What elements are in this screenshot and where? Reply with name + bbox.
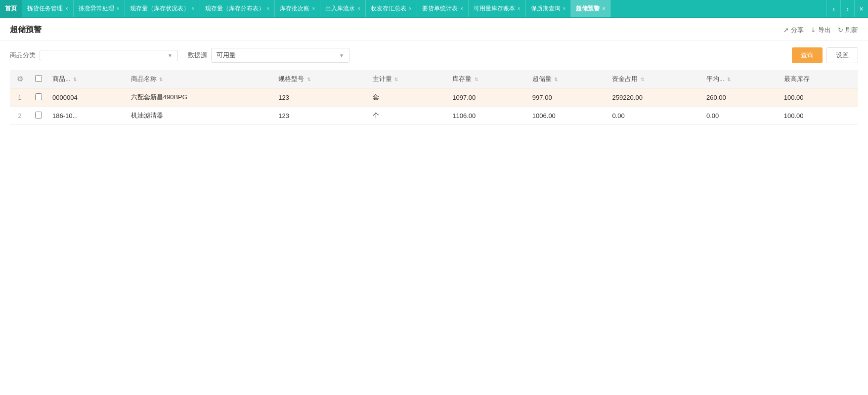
th-unit[interactable]: 主计量 ⇅ — [368, 70, 448, 88]
nav-item-8[interactable]: 可用量库存账本 × — [469, 0, 526, 17]
th-product-code[interactable]: 商品... ⇅ — [47, 70, 126, 88]
nav-item-6[interactable]: 收发存汇总表 × — [366, 0, 417, 17]
row-checkbox-0[interactable] — [35, 93, 42, 100]
table-gear-icon[interactable]: ⚙ — [17, 75, 23, 83]
th-avg[interactable]: 平均... ⇅ — [701, 70, 779, 88]
nav-next-btn[interactable]: › — [840, 0, 854, 17]
row-product-code: 0000004 — [47, 88, 126, 107]
nav-item-0[interactable]: 拣货任务管理 × — [22, 0, 74, 17]
nav-close-8[interactable]: × — [518, 6, 521, 11]
export-icon: ⇓ — [811, 26, 816, 34]
th-gear: ⚙ — [10, 70, 30, 88]
row-spec: 123 — [273, 88, 368, 107]
select-all-checkbox[interactable] — [35, 75, 42, 82]
nav-close-9[interactable]: × — [563, 6, 566, 11]
th-overstock-label: 超储量 — [532, 75, 552, 82]
nav-label-3: 现存量（库存分布表） — [205, 4, 264, 13]
query-button[interactable]: 查询 — [792, 47, 823, 63]
row-max-stock: 100.00 — [779, 88, 858, 107]
row-capital: 259220.00 — [607, 88, 701, 107]
row-checkbox-cell — [30, 88, 47, 107]
nav-close-2[interactable]: × — [192, 6, 195, 11]
nav-close-6[interactable]: × — [409, 6, 412, 11]
th-unit-label: 主计量 — [373, 75, 392, 82]
nav-prev-btn[interactable]: ‹ — [826, 0, 840, 17]
nav-home[interactable]: 首页 — [0, 0, 22, 17]
th-stock-label: 库存量 — [452, 75, 472, 82]
nav-arrows: ‹ › × — [826, 0, 868, 17]
th-overstock[interactable]: 超储量 ⇅ — [527, 70, 608, 88]
share-icon: ➚ — [783, 26, 789, 34]
datasource-select[interactable]: 可用量 ▼ — [211, 48, 349, 63]
th-stock[interactable]: 库存量 ⇅ — [447, 70, 527, 88]
datasource-chevron-icon: ▼ — [339, 53, 344, 58]
export-label: 导出 — [818, 26, 831, 35]
data-table: ⚙ 商品... ⇅ 商品名称 ⇅ 规格型号 ⇅ — [10, 70, 858, 125]
category-label: 商品分类 — [10, 51, 36, 60]
th-max-stock-label: 最高库存 — [784, 75, 810, 82]
row-num: 2 — [10, 107, 30, 125]
th-product-name[interactable]: 商品名称 ⇅ — [126, 70, 273, 88]
th-product-name-label: 商品名称 — [131, 75, 157, 82]
refresh-action[interactable]: ↻ 刷新 — [838, 26, 858, 35]
header-actions: ➚ 分享 ⇓ 导出 ↻ 刷新 — [783, 26, 858, 35]
nav-close-5[interactable]: × — [357, 6, 360, 11]
nav-item-5[interactable]: 出入库流水 × — [320, 0, 366, 17]
row-product-name: 机油滤清器 — [126, 107, 273, 125]
th-spec-label: 规格型号 — [278, 75, 304, 82]
nav-item-2[interactable]: 现存量（库存状况表） × — [125, 0, 200, 17]
row-checkbox-cell — [30, 107, 47, 125]
filter-row: 商品分类 ▼ 数据源 可用量 ▼ 查询 设置 — [0, 40, 868, 70]
sort-capital-icon: ⇅ — [641, 77, 645, 82]
nav-close-10[interactable]: × — [602, 6, 605, 11]
nav-item-9[interactable]: 保质期查询 × — [526, 0, 571, 17]
row-stock: 1097.00 — [447, 88, 527, 107]
nav-close-7[interactable]: × — [460, 6, 463, 11]
row-avg: 0.00 — [701, 107, 779, 125]
filter-datasource-group: 数据源 可用量 ▼ — [188, 48, 349, 63]
th-spec[interactable]: 规格型号 ⇅ — [273, 70, 368, 88]
nav-close-3[interactable]: × — [267, 6, 270, 11]
share-label: 分享 — [791, 26, 804, 35]
settings-button[interactable]: 设置 — [826, 47, 858, 63]
th-capital-label: 资金占用 — [612, 75, 638, 82]
export-action[interactable]: ⇓ 导出 — [811, 26, 831, 35]
nav-label-2: 现存量（库存状况表） — [130, 4, 189, 13]
th-max-stock[interactable]: 最高库存 — [779, 70, 858, 88]
page-title: 超储预警 — [10, 25, 42, 35]
nav-close-4[interactable]: × — [312, 6, 315, 11]
action-buttons: 查询 设置 — [792, 47, 858, 63]
nav-label-10: 超储预警 — [576, 4, 600, 13]
row-checkbox-1[interactable] — [35, 112, 42, 118]
nav-item-4[interactable]: 库存批次账 × — [275, 0, 320, 17]
nav-item-7[interactable]: 要货单统计表 × — [417, 0, 469, 17]
category-chevron-icon: ▼ — [168, 53, 173, 58]
datasource-label: 数据源 — [188, 51, 207, 60]
nav-close-all-btn[interactable]: × — [854, 0, 868, 17]
sort-stock-icon: ⇅ — [475, 77, 478, 82]
row-overstock: 1006.00 — [527, 107, 608, 125]
category-select[interactable]: ▼ — [40, 50, 178, 61]
nav-close-0[interactable]: × — [65, 6, 68, 11]
row-product-code: 186-10... — [47, 107, 126, 125]
row-unit: 套 — [368, 88, 448, 107]
row-capital: 0.00 — [607, 107, 701, 125]
row-stock: 1106.00 — [447, 107, 527, 125]
nav-item-3[interactable]: 现存量（库存分布表） × — [200, 0, 275, 17]
th-avg-label: 平均... — [706, 75, 725, 82]
row-overstock: 997.00 — [527, 88, 608, 107]
share-action[interactable]: ➚ 分享 — [783, 26, 804, 35]
nav-item-10[interactable]: 超储预警 × — [571, 0, 610, 17]
row-unit: 个 — [368, 107, 448, 125]
nav-label-1: 拣货异常处理 — [79, 4, 114, 13]
nav-label-7: 要货单统计表 — [422, 4, 458, 13]
page-header: 超储预警 ➚ 分享 ⇓ 导出 ↻ 刷新 — [0, 18, 868, 40]
nav-item-1[interactable]: 拣货异常处理 × — [74, 0, 125, 17]
nav-close-1[interactable]: × — [117, 6, 120, 11]
th-capital[interactable]: 资金占用 ⇅ — [607, 70, 701, 88]
row-num: 1 — [10, 88, 30, 107]
table-container: ⚙ 商品... ⇅ 商品名称 ⇅ 规格型号 ⇅ — [0, 70, 868, 125]
sort-spec-icon: ⇅ — [307, 77, 311, 82]
sort-overstock-icon: ⇅ — [554, 77, 558, 82]
sort-unit-icon: ⇅ — [394, 77, 398, 82]
